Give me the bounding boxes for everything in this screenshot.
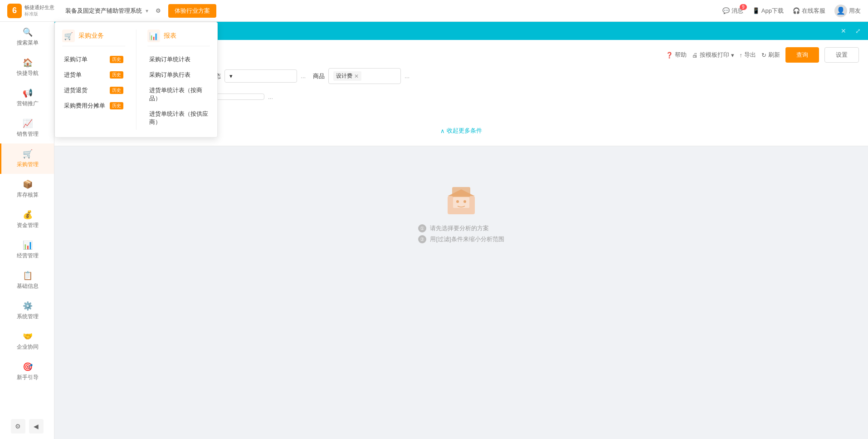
menu-purchase-expense-label: 采购费用分摊单 — [64, 102, 105, 110]
sidebar-item-label-purchase: 采购管理 — [17, 161, 39, 168]
sidebar-collapse-btn[interactable]: ◀ — [29, 419, 44, 434]
goods-input[interactable]: 设计费 ✕ — [328, 68, 401, 84]
menu-goods-in-stat-goods[interactable]: 进货单统计表（按商品） — [147, 83, 210, 106]
settings-btn[interactable]: 设置 — [824, 47, 859, 63]
menu-goods-in-stat-supplier[interactable]: 进货单统计表（按供应商） — [147, 106, 210, 130]
purchase-order-history-badge: 历史 — [110, 56, 123, 63]
svg-point-5 — [463, 200, 466, 203]
nav-icon: 🏠 — [23, 58, 33, 68]
dropdown-divider — [136, 30, 137, 130]
system-settings-icon[interactable]: ⚙ — [152, 5, 165, 17]
sidebar-item-guide[interactable]: 🎯 新手引导 — [0, 356, 54, 387]
guide-icon: 🎯 — [23, 362, 33, 372]
dropdown-col-purchase-header: 🛒 采购业务 — [62, 30, 125, 46]
status-expand-icon: ▾ — [229, 73, 233, 79]
basic-icon: 📋 — [23, 271, 33, 281]
sidebar-item-label-finance: 资金管理 — [17, 222, 39, 229]
hint1-num: ① — [418, 224, 426, 232]
sidebar-item-label-nav: 快捷导航 — [17, 69, 39, 77]
menu-purchase-order-stat[interactable]: 采购订单统计表 — [147, 52, 210, 67]
dropdown-menu: 🛒 采购业务 采购订单 历史 进货单 历史 进货退货 历史 采购费用分摊单 历史… — [54, 22, 218, 138]
hint2-num: ② — [418, 235, 426, 243]
svg-point-4 — [456, 200, 459, 203]
sidebar-item-label-marketing: 营销推广 — [17, 100, 39, 108]
stock-icon: 📦 — [23, 179, 33, 189]
sidebar-item-basic[interactable]: 📋 基础信息 — [0, 265, 54, 296]
status-dots[interactable]: ... — [301, 73, 306, 79]
sidebar-settings-btn[interactable]: ⚙ — [11, 419, 25, 434]
status-input[interactable]: ▾ — [224, 69, 297, 83]
goods-label: 商品 — [313, 72, 325, 80]
service-label: 在线客服 — [802, 7, 825, 15]
menu-purchase-order-exec[interactable]: 采购订单执行表 — [147, 67, 210, 83]
menu-goods-return[interactable]: 进货退货 历史 — [62, 83, 125, 98]
tab-expand-icon[interactable]: ⤢ — [852, 25, 864, 37]
export-icon: ↑ — [740, 52, 743, 59]
help-icon: ❓ — [666, 52, 673, 59]
dropdown-col-report-header: 📊 报表 — [147, 30, 210, 46]
sidebar-item-label-sales: 销售管理 — [17, 130, 39, 138]
message-icon: 💬 — [722, 7, 730, 14]
message-badge: 9 — [740, 4, 747, 10]
system-title-area: 装备及固定资产辅助管理系统 ▾ ⚙ 体验行业方案 — [65, 4, 722, 18]
online-service-item[interactable]: 🎧 在线客服 — [793, 7, 825, 15]
menu-purchase-order-stat-label: 采购订单统计表 — [149, 55, 190, 64]
menu-goods-in[interactable]: 进货单 历史 — [62, 67, 125, 83]
menu-goods-in-stat-goods-label: 进货单统计表（按商品） — [149, 86, 209, 103]
menu-goods-in-stat-supplier-label: 进货单统计表（按供应商） — [149, 110, 209, 126]
refresh-icon: ↻ — [761, 52, 766, 59]
report-col-title: 报表 — [164, 32, 176, 40]
user-item[interactable]: 👤 用友 — [834, 5, 861, 17]
print-btn[interactable]: 🖨 按模板打印 ▾ — [692, 51, 734, 59]
marketing-icon: 📢 — [23, 88, 33, 98]
collapse-arrow-icon: ∧ — [440, 128, 445, 134]
goods-return-history-badge: 历史 — [110, 87, 123, 94]
corp-icon: 🤝 — [23, 331, 33, 341]
print-arrow-icon: ▾ — [731, 52, 734, 59]
app-download-item[interactable]: 📱 App下载 — [752, 7, 784, 15]
hint2-text: 用[过滤]条件来缩小分析范围 — [430, 235, 504, 243]
dropdown-col-purchase: 🛒 采购业务 采购订单 历史 进货单 历史 进货退货 历史 采购费用分摊单 历史 — [62, 30, 125, 130]
top-header: 6 畅捷通好生意 标准版 装备及固定资产辅助管理系统 ▾ ⚙ 体验行业方案 💬 … — [0, 0, 868, 22]
sidebar-item-nav[interactable]: 🏠 快捷导航 — [0, 52, 54, 83]
menu-purchase-expense[interactable]: 采购费用分摊单 历史 — [62, 98, 125, 113]
goods-in-history-badge: 历史 — [110, 71, 123, 79]
svg-rect-3 — [453, 197, 469, 208]
help-btn[interactable]: ❓ 帮助 — [666, 51, 687, 59]
sidebar-item-search[interactable]: 🔍 搜索菜单 — [0, 22, 54, 52]
refresh-btn[interactable]: ↻ 刷新 — [761, 51, 780, 59]
sidebar-item-stock[interactable]: 📦 库存核算 — [0, 174, 54, 204]
sidebar-item-system[interactable]: ⚙️ 系统管理 — [0, 296, 54, 326]
sidebar: 🔍 搜索菜单 🏠 快捷导航 📢 营销推广 📈 销售管理 🛒 采购管理 📦 库存核… — [0, 22, 54, 439]
system-icon: ⚙️ — [23, 301, 33, 311]
sidebar-item-sales[interactable]: 📈 销售管理 — [0, 113, 54, 143]
header-right: 💬 消息 9 📱 App下载 🎧 在线客服 👤 用友 — [722, 5, 861, 17]
menu-purchase-order[interactable]: 采购订单 历史 — [62, 52, 125, 67]
tab-close-all-icon[interactable]: ✕ — [837, 25, 850, 37]
app-download-label: App下载 — [761, 7, 784, 15]
sidebar-item-finance[interactable]: 💰 资金管理 — [0, 204, 54, 235]
salesman-dots[interactable]: ... — [268, 94, 273, 100]
logo-icon: 6 — [7, 4, 22, 18]
purchase-col-icon: 🛒 — [62, 30, 75, 42]
goods-tag-close-icon[interactable]: ✕ — [354, 73, 359, 79]
system-title-arrow-icon[interactable]: ▾ — [146, 8, 148, 14]
search-icon: 🔍 — [23, 27, 33, 37]
empty-state: ① 请先选择要分析的方案 ② 用[过滤]条件来缩小分析范围 — [54, 146, 868, 280]
sidebar-item-label-guide: 新手引导 — [17, 374, 39, 381]
menu-purchase-order-exec-label: 采购订单执行表 — [149, 71, 190, 79]
collapse-btn[interactable]: ∧ 收起更多条件 — [435, 125, 488, 137]
refresh-label: 刷新 — [768, 51, 780, 59]
industry-btn[interactable]: 体验行业方案 — [168, 4, 216, 18]
sidebar-item-corp[interactable]: 🤝 企业协同 — [0, 326, 54, 356]
message-icon-item[interactable]: 💬 消息 9 — [722, 7, 743, 15]
query-btn[interactable]: 查询 — [785, 47, 819, 63]
sidebar-item-marketing[interactable]: 📢 营销推广 — [0, 83, 54, 113]
export-btn[interactable]: ↑ 导出 — [740, 51, 756, 59]
sidebar-item-label-search: 搜索菜单 — [17, 39, 39, 47]
goods-dots[interactable]: ... — [405, 73, 410, 79]
logo-text: 畅捷通好生意 — [24, 4, 54, 10]
sidebar-item-purchase[interactable]: 🛒 采购管理 — [0, 143, 54, 174]
sidebar-item-operation[interactable]: 📊 经营管理 — [0, 235, 54, 265]
empty-hint-2: ② 用[过滤]条件来缩小分析范围 — [418, 235, 504, 243]
